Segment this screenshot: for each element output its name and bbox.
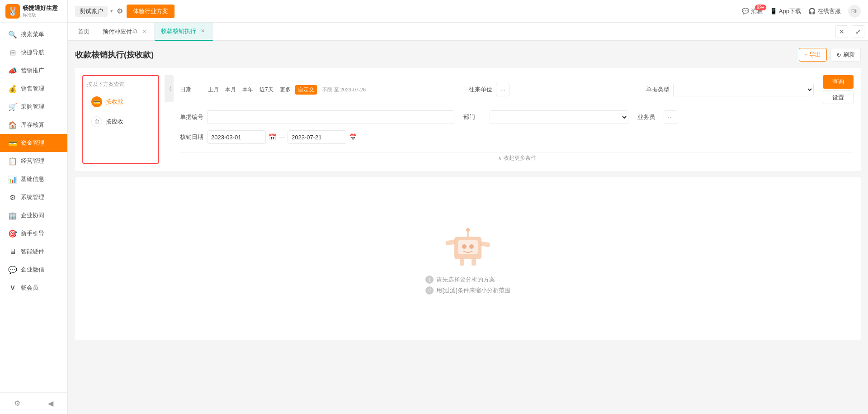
verify-date-label: 核销日期 [180, 133, 203, 141]
refresh-button[interactable]: ↻ 刷新 [830, 48, 861, 62]
topbar-left: 测试账户 ▾ ⚙ 体验行业方案 [75, 5, 175, 18]
sidebar-item-system[interactable]: ⚙ 系统管理 [0, 188, 67, 206]
date-field: 日期 上月 本月 本年 近7天 更多 自定义 不限 至 2023-07-26 [180, 85, 460, 95]
sidebar-item-wechat[interactable]: 💬 企业微信 [0, 261, 67, 279]
hardware-icon: 🖥 [8, 247, 17, 256]
shortcut-this-month[interactable]: 本月 [223, 85, 238, 95]
query-type-by-collect[interactable]: 💳 按收款 [87, 93, 155, 111]
receivable-icon: ⏱ [91, 116, 102, 127]
message-badge: 99+ [755, 5, 766, 10]
page-header-actions: ↑ 导出 ↻ 刷新 [799, 48, 861, 62]
tab-home[interactable]: 首页 [71, 23, 96, 41]
app-download-btn[interactable]: 📱 App下载 [770, 7, 801, 15]
user-avatar[interactable]: Rit [848, 5, 861, 18]
export-button[interactable]: ↑ 导出 [799, 48, 827, 62]
sidebar-item-inventory[interactable]: 🏠 库存核算 [0, 116, 67, 134]
sidebar-logo: 🐰 畅捷通好生意 标准版 [0, 0, 67, 23]
sidebar-item-hardware[interactable]: 🖥 智能硬件 [0, 243, 67, 261]
solution-button[interactable]: 体验行业方案 [127, 5, 175, 18]
docno-input[interactable] [207, 110, 454, 124]
cart-icon: 🛒 [8, 102, 17, 111]
online-service-btn[interactable]: 🎧 在线客服 [808, 7, 841, 15]
sidebar-item-search-menu[interactable]: 🔍 搜索菜单 [0, 25, 67, 43]
sidebar-item-marketing[interactable]: 📣 营销推广 [0, 62, 67, 80]
doctype-select[interactable] [673, 83, 814, 96]
sidebar-item-member[interactable]: V 畅会员 [0, 279, 67, 297]
salesman-dots-btn[interactable]: ··· [664, 110, 677, 124]
sidebar-item-operation[interactable]: 📋 经营管理 [0, 152, 67, 170]
date-shortcuts: 上月 本月 本年 近7天 更多 自定义 [206, 85, 317, 95]
calendar-end-icon[interactable]: 📅 [349, 133, 357, 141]
finance-icon: 💳 [8, 138, 17, 148]
shortcut-more[interactable]: 更多 [278, 85, 292, 95]
partner-field: 往来单位 ··· [469, 83, 637, 96]
megaphone-icon: 📣 [8, 66, 17, 75]
dropdown-icon[interactable]: ▾ [110, 8, 113, 14]
query-button[interactable]: 查询 [823, 75, 854, 89]
export-icon: ↑ [805, 52, 808, 58]
tab-close-collect-verify[interactable]: ✕ [199, 28, 206, 35]
partner-dots-btn[interactable]: ··· [496, 83, 509, 96]
tab-close-prepay[interactable]: ✕ [141, 28, 148, 35]
shortcut-7days[interactable]: 近7天 [258, 85, 275, 95]
sidebar-item-sales[interactable]: 💰 销售管理 [0, 80, 67, 98]
collapse-up-icon: ∧ [498, 155, 502, 162]
shortcut-last-month[interactable]: 上月 [206, 85, 221, 95]
refresh-icon: ↻ [836, 52, 841, 58]
topbar-right: 💬 消息 99+ 📱 App下载 🎧 在线客服 Rit [742, 5, 861, 18]
verify-date-start[interactable] [207, 130, 266, 144]
tabs-right-actions: ✕ ⤢ [835, 25, 864, 38]
filter-row-2: 单据编号 部门 业务员 ··· [180, 110, 854, 124]
dept-select[interactable] [490, 110, 628, 124]
docno-label: 单据编号 [180, 113, 203, 121]
app-logo-text: 畅捷通好生意 标准版 [23, 5, 58, 18]
verify-date-end[interactable] [288, 130, 346, 144]
message-btn[interactable]: 💬 消息 99+ [742, 7, 763, 15]
message-icon: 💬 [742, 8, 749, 14]
tab-prepay[interactable]: 预付冲应付单 ✕ [96, 23, 155, 41]
sidebar-item-purchase[interactable]: 🛒 采购管理 [0, 98, 67, 116]
window-close-btn[interactable]: ✕ [835, 25, 848, 38]
sidebar-item-basic-info[interactable]: 📊 基础信息 [0, 170, 67, 188]
window-expand-btn[interactable]: ⤢ [852, 25, 864, 38]
empty-state: 1 请先选择要分析的方案 2 用[过滤]条件来缩小分析范围 [425, 187, 510, 331]
tip-num-2: 2 [425, 286, 434, 295]
sidebar-item-finance[interactable]: 💳 资金管理 [0, 134, 67, 152]
svg-point-3 [469, 244, 474, 249]
collapse-sidebar-btn[interactable]: ◀ [43, 396, 58, 410]
panel-collapse-btn[interactable]: 《 [165, 75, 174, 102]
calendar-start-icon[interactable]: 📅 [269, 133, 276, 141]
verify-date-field: 核销日期 📅 — 📅 [180, 130, 854, 144]
tip-num-1: 1 [425, 276, 434, 284]
clipboard-icon: 📋 [8, 157, 17, 166]
date-no-limit-area: 不限 至 2023-07-26 [322, 86, 366, 93]
query-type-by-receivable[interactable]: ⏱ 按应收 [87, 113, 155, 131]
sidebar-item-quick-nav[interactable]: ⊞ 快捷导航 [0, 43, 67, 62]
shortcut-custom[interactable]: 自定义 [295, 85, 317, 95]
user-area: 测试账户 ▾ [75, 6, 113, 17]
filter-row-1: 日期 上月 本月 本年 近7天 更多 自定义 不限 至 2023-07-26 [180, 75, 854, 104]
svg-rect-8 [445, 239, 456, 246]
sidebar-item-enterprise[interactable]: 🏢 企业协同 [0, 206, 67, 224]
setting-button[interactable]: 设置 [823, 90, 854, 104]
content-area: 1 请先选择要分析的方案 2 用[过滤]条件来缩小分析范围 [75, 177, 861, 340]
svg-rect-6 [460, 258, 464, 266]
partner-label: 往来单位 [469, 86, 492, 94]
verify-date-range: 📅 — 📅 [207, 130, 357, 144]
wechat-icon: 💬 [8, 265, 17, 274]
tab-collect-verify[interactable]: 收款核销执行 ✕ [155, 23, 213, 41]
page-title: 收款核销执行(按收款) [75, 49, 154, 60]
empty-tips: 1 请先选择要分析的方案 2 用[过滤]条件来缩小分析范围 [425, 276, 510, 295]
phone-icon: 📱 [770, 8, 777, 14]
sidebar-item-guide[interactable]: 🎯 新手引导 [0, 224, 67, 243]
settings-bottom-btn[interactable]: ⚙ [9, 396, 25, 410]
shortcut-this-year[interactable]: 本年 [241, 85, 255, 95]
collect-icon: 💳 [91, 96, 102, 107]
salesman-field: 业务员 ··· [637, 110, 802, 124]
main-area: 测试账户 ▾ ⚙ 体验行业方案 💬 消息 99+ 📱 App下载 🎧 在线客服 … [68, 0, 868, 414]
topbar: 测试账户 ▾ ⚙ 体验行业方案 💬 消息 99+ 📱 App下载 🎧 在线客服 … [68, 0, 868, 23]
topbar-gear-icon[interactable]: ⚙ [117, 7, 123, 15]
sidebar: 🐰 畅捷通好生意 标准版 🔍 搜索菜单 ⊞ 快捷导航 📣 营销推广 💰 销售管理… [0, 0, 68, 414]
search-icon: 🔍 [8, 30, 17, 39]
collapse-more-btn[interactable]: ∧ 收起更多条件 [180, 152, 854, 164]
